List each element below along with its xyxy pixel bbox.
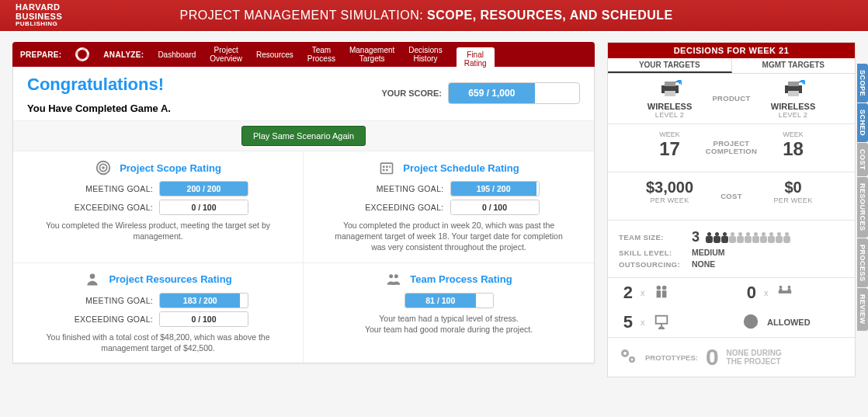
printer-icon xyxy=(611,80,728,102)
mgmt-product-level: LEVEL 2 xyxy=(734,111,852,119)
title-bold: SCOPE, RESOURCES, AND SCHEDULE xyxy=(427,9,673,22)
resources-section: TEAM SIZE: 3 SKILL LEVEL: MEDIUM OUTSOUR… xyxy=(608,221,855,278)
coaching-count: 5 xyxy=(619,312,633,332)
person-icon xyxy=(713,232,720,243)
rating-schedule: Project Schedule Rating MEETING GOAL: 19… xyxy=(304,151,594,262)
team-desc: Your team had a typical level of stress.… xyxy=(327,313,571,335)
clock-icon xyxy=(742,313,759,332)
schedule-desc: You completed the product in week 20, wh… xyxy=(327,220,571,253)
resources-exceed-bar: 0 / 100 xyxy=(159,311,248,327)
svg-rect-4 xyxy=(383,166,385,169)
resources-desc: You finished with a total cost of $48,20… xyxy=(36,332,279,353)
person-icon xyxy=(783,232,790,243)
resources-exceed-value: 0 / 100 xyxy=(160,312,248,326)
svg-rect-6 xyxy=(390,166,391,169)
svg-rect-3 xyxy=(381,163,393,173)
mgmt-cost-sub: PER WEEK xyxy=(734,196,852,204)
decisions-panel: DECISIONS FOR WEEK 21 YOUR TARGETS MGMT … xyxy=(607,42,856,377)
tab-resources[interactable]: Resources xyxy=(256,50,293,59)
help-icon[interactable] xyxy=(75,47,89,61)
svg-rect-27 xyxy=(655,315,667,323)
prototypes-label: PROTOTYPES: xyxy=(645,353,698,362)
scope-exceed-value: 0 / 100 xyxy=(160,200,248,214)
scope-exceed-bar: 0 / 100 xyxy=(159,200,248,215)
svg-point-18 xyxy=(656,285,661,290)
scope-meeting-value: 200 / 200 xyxy=(160,182,248,196)
svg-point-11 xyxy=(394,274,398,278)
tab-bar: PREPARE: ANALYZE: Dashboard Project Over… xyxy=(12,42,595,67)
person-icon xyxy=(84,271,101,288)
svg-point-34 xyxy=(623,352,627,355)
mgmt-targets-label: MGMT TARGETS xyxy=(732,58,856,73)
svg-point-22 xyxy=(779,285,782,288)
meeting-goal-label: MEETING GOAL: xyxy=(68,296,153,305)
svg-point-19 xyxy=(661,285,666,290)
rating-scope: Project Scope Rating MEETING GOAL: 200 /… xyxy=(13,151,304,262)
svg-rect-25 xyxy=(779,288,782,291)
play-again-button[interactable]: Play Same Scenario Again xyxy=(241,126,366,146)
tab-decisions-history[interactable]: Decisions History xyxy=(408,46,442,63)
side-tab-process[interactable]: PROCESS xyxy=(857,238,868,288)
person-icon xyxy=(706,232,713,243)
side-tabs: SCOPE SCHED COST RESOURCES PROCESS REVIE… xyxy=(857,64,868,332)
skill-level-value: MEDIUM xyxy=(692,248,725,257)
skill-level-label: SKILL LEVEL: xyxy=(619,248,686,257)
tab-project-overview[interactable]: Project Overview xyxy=(210,46,242,63)
schedule-exceed-value: 0 / 100 xyxy=(451,200,539,214)
review-section: PROTOTYPES: 0 NONE DURING THE PROJECT xyxy=(608,338,855,377)
hbp-logo: HARVARD BUSINESS PUBLISHING xyxy=(16,3,62,27)
rating-schedule-title: Project Schedule Rating xyxy=(403,162,519,174)
title-pre: PROJECT MANAGEMENT SIMULATION: xyxy=(179,9,427,22)
meeting-goal-label: MEETING GOAL: xyxy=(68,184,153,193)
tab-dashboard[interactable]: Dashboard xyxy=(158,50,196,59)
side-tab-resources[interactable]: RESOURCES xyxy=(857,177,868,238)
svg-rect-21 xyxy=(661,290,666,297)
person-icon xyxy=(752,232,759,243)
mgmt-product: WIRELESS xyxy=(734,102,852,111)
mgmt-week-label: WEEK xyxy=(734,130,852,138)
standup-count: 0 xyxy=(742,283,756,303)
resources-meeting-value: 183 / 200 xyxy=(160,294,240,308)
target-icon xyxy=(95,159,112,176)
svg-rect-8 xyxy=(386,169,388,172)
scope-meeting-bar: 200 / 200 xyxy=(159,181,248,196)
svg-rect-26 xyxy=(787,288,790,291)
rating-resources: Project Resources Rating MEETING GOAL: 1… xyxy=(13,262,304,363)
brand-line3: PUBLISHING xyxy=(16,21,62,27)
team-size-value: 3 xyxy=(692,229,700,245)
side-tab-scope[interactable]: SCOPE xyxy=(857,64,868,103)
svg-point-2 xyxy=(102,167,104,169)
your-cost-sub: PER WEEK xyxy=(611,196,728,204)
team-icon xyxy=(385,271,402,288)
tab-mgmt-targets[interactable]: Management Targets xyxy=(349,46,394,63)
person-icon xyxy=(760,232,767,243)
schedule-meeting-value: 195 / 200 xyxy=(451,182,536,196)
score-label: YOUR SCORE: xyxy=(381,89,442,98)
tab-team-process[interactable]: Team Process xyxy=(307,46,335,63)
svg-point-23 xyxy=(787,285,790,288)
mgmt-cost-value: $0 xyxy=(734,179,852,196)
person-icon xyxy=(776,232,783,243)
printer-icon xyxy=(734,80,852,102)
meeting-table-icon xyxy=(776,283,793,303)
person-icon xyxy=(745,232,752,243)
side-tab-review[interactable]: REVIEW xyxy=(857,288,868,331)
people-pair-icon xyxy=(653,283,670,303)
side-tab-sched[interactable]: SCHED xyxy=(857,103,868,142)
svg-rect-17 xyxy=(788,91,799,96)
person-icon xyxy=(768,232,775,243)
person-icon xyxy=(721,232,728,243)
your-product-level: LEVEL 2 xyxy=(611,111,728,119)
congrats-heading: Congratulations! xyxy=(27,75,171,95)
page-title: PROJECT MANAGEMENT SIMULATION: SCOPE, RE… xyxy=(179,9,672,23)
side-tab-cost[interactable]: COST xyxy=(857,143,868,176)
your-targets-label: YOUR TARGETS xyxy=(608,58,732,73)
svg-rect-14 xyxy=(665,91,675,96)
schedule-section: WEEK 17 PROJECT COMPLETION WEEK 18 xyxy=(608,124,855,172)
congrats-sub: You Have Completed Game A. xyxy=(27,103,171,114)
tab-final-rating[interactable]: Final Rating xyxy=(457,47,495,67)
svg-point-10 xyxy=(390,274,394,278)
team-size-label: TEAM SIZE: xyxy=(619,233,686,242)
mgmt-week-value: 18 xyxy=(734,138,852,160)
top-banner: HARVARD BUSINESS PUBLISHING PROJECT MANA… xyxy=(0,0,868,33)
